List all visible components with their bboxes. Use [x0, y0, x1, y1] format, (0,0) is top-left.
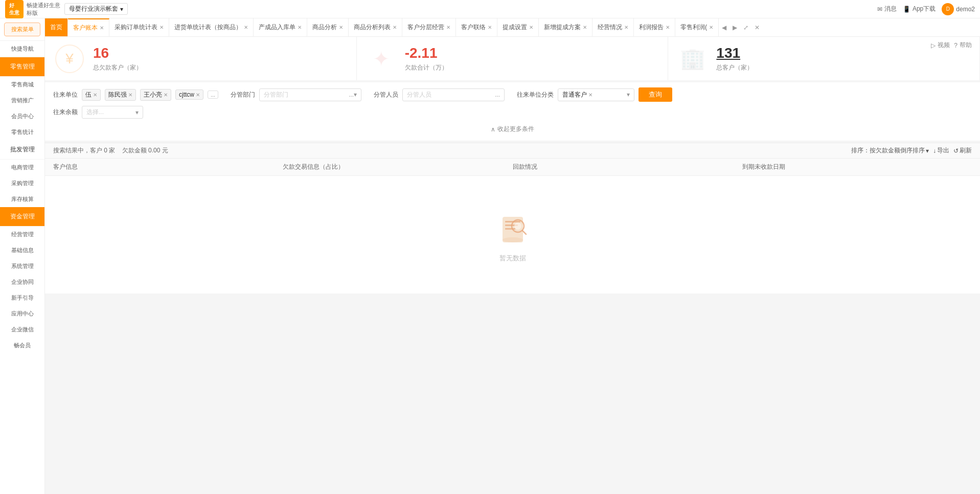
- tab-close-entry[interactable]: ✕: [298, 25, 302, 30]
- sidebar-item-corp-wechat[interactable]: 企业微信: [0, 322, 44, 338]
- sidebar-item-retail-stats[interactable]: 零售统计: [0, 124, 44, 140]
- tab-close-ops[interactable]: ✕: [624, 25, 628, 30]
- stat-total-debt-customers-text: 16 总欠款客户（家）: [93, 45, 142, 72]
- search-menu-btn[interactable]: 搜索菜单: [4, 23, 40, 36]
- tab-close-segment[interactable]: ✕: [446, 25, 450, 30]
- tab-close-promotion[interactable]: ✕: [529, 25, 533, 30]
- tab-home[interactable]: 首页: [45, 18, 68, 36]
- filter-tag-more[interactable]: ...: [208, 91, 218, 99]
- sidebar-item-app-center[interactable]: 应用中心: [0, 306, 44, 322]
- amount-select[interactable]: 选择... ▾: [82, 106, 143, 119]
- quick-nav-btn[interactable]: 快捷导航: [0, 41, 44, 57]
- sidebar-item-retail-mall[interactable]: 零售商城: [0, 77, 44, 93]
- sidebar-item-ecom-mgmt[interactable]: 电商管理: [0, 160, 44, 175]
- tab-customer-segment[interactable]: 客户分层经营 ✕: [402, 18, 456, 36]
- stat-total-customers-value[interactable]: 131: [716, 45, 753, 61]
- tabs-maximize-btn[interactable]: ⤢: [740, 18, 751, 36]
- sidebar-item-new-guide[interactable]: 新手引导: [0, 290, 44, 306]
- tab-retail-profit[interactable]: 零售利润( ✕: [675, 18, 719, 36]
- sidebar-item-corp-collab[interactable]: 企业协同: [0, 274, 44, 290]
- tab-close-analysis[interactable]: ✕: [339, 25, 343, 30]
- empty-text: 暂无数据: [499, 254, 526, 263]
- tabs-bar: 首页 客户账本 ✕ 采购订单统计表 ✕ 进货单统计表（按商品） ✕ 产成品入库单…: [45, 18, 980, 37]
- empty-icon: [492, 207, 533, 248]
- sidebar-item-purchase-mgmt[interactable]: 采购管理: [0, 175, 44, 191]
- sidebar-item-finance-mgmt[interactable]: 资金管理: [0, 207, 44, 227]
- filter-tag-cjttcw: cjttcw ✕: [175, 89, 203, 100]
- tab-close-retail-profit[interactable]: ✕: [709, 25, 713, 30]
- tab-close-purchase[interactable]: ✕: [159, 25, 164, 30]
- dept-chevron-icon: ▾: [354, 91, 357, 98]
- svg-point-6: [514, 222, 521, 230]
- message-btn[interactable]: ✉ 消息: [877, 5, 897, 13]
- debt-customers-icon: ¥: [55, 44, 84, 73]
- tab-close-new-promotion[interactable]: ✕: [583, 25, 587, 30]
- person-more-btn[interactable]: ...: [495, 91, 500, 98]
- unit-category-label: 往来单位分类: [517, 91, 554, 99]
- stat-debt-amount-text: -2.11 欠款合计（万）: [405, 45, 448, 72]
- filter-tag-unit-close[interactable]: ✕: [93, 92, 97, 98]
- result-text: 搜索结果中，客户 0 家 欠款金额 0.00 元: [53, 146, 168, 155]
- tab-new-promotion[interactable]: 新增提成方案 ✕: [539, 18, 592, 36]
- tab-stock-stats[interactable]: 进货单统计表（按商品） ✕: [169, 18, 254, 36]
- refresh-btn[interactable]: ↺ 刷新: [953, 146, 972, 155]
- sidebar-item-member-center[interactable]: 会员中心: [0, 108, 44, 124]
- collapse-up-icon: ∧: [491, 126, 495, 133]
- filter-tag-common-customer: 普通客户 ✕: [562, 91, 592, 99]
- category-chevron-icon: ▾: [627, 91, 630, 98]
- filter-tag-wang-close[interactable]: ✕: [164, 92, 168, 98]
- tab-customer-contact[interactable]: 客户联络 ✕: [456, 18, 497, 36]
- company-selector[interactable]: 母婴行业演示帐套 ▾: [64, 3, 128, 15]
- tab-purchase-order-stats[interactable]: 采购订单统计表 ✕: [109, 18, 169, 36]
- tab-product-analysis-list[interactable]: 商品分析列表 ✕: [349, 18, 402, 36]
- sidebar-item-retail-mgmt[interactable]: 零售管理: [0, 57, 44, 77]
- tabs-next-btn[interactable]: ▶: [730, 18, 740, 36]
- sidebar-item-ops-mgmt[interactable]: 经营管理: [0, 227, 44, 242]
- tab-close-stock[interactable]: ✕: [244, 25, 248, 30]
- sidebar-item-marketing[interactable]: 营销推广: [0, 93, 44, 108]
- download-icon: 📱: [903, 6, 910, 13]
- tab-close-profit[interactable]: ✕: [666, 25, 670, 30]
- query-button[interactable]: 查询: [639, 87, 672, 102]
- tab-product-stock-entry[interactable]: 产成品入库单 ✕: [254, 18, 307, 36]
- video-btn[interactable]: ▷ 视频: [931, 41, 950, 50]
- sidebar-item-sys-mgmt[interactable]: 系统管理: [0, 258, 44, 274]
- filter-tag-cjttcw-close[interactable]: ✕: [196, 92, 200, 98]
- person-filter-label: 分管人员: [374, 91, 398, 99]
- filter-tag-chen-close[interactable]: ✕: [128, 92, 132, 98]
- tab-ops-situation[interactable]: 经营情况 ✕: [592, 18, 634, 36]
- sort-btn[interactable]: 排序：按欠款金额倒序排序 ▾: [851, 146, 929, 155]
- tabs-prev-btn[interactable]: ◀: [719, 18, 730, 36]
- help-btn[interactable]: ? 帮助: [954, 41, 972, 50]
- table-header: 客户信息 欠款交易信息（占比） 回款情况 到期未收款日期: [45, 159, 980, 176]
- tab-profit-report[interactable]: 利润报告 ✕: [634, 18, 675, 36]
- sidebar-item-batch-mgmt[interactable]: 批发管理: [0, 140, 44, 160]
- unit-category-select[interactable]: 普通客户 ✕ ▾: [558, 88, 634, 101]
- app-container: 搜索菜单 快捷导航 零售管理 零售商城 营销推广 会员中心 零售统计 批发管理 …: [0, 18, 980, 494]
- person-select[interactable]: 分管人员 ...: [402, 88, 505, 101]
- sidebar-item-inventory[interactable]: 库存核算: [0, 191, 44, 207]
- refresh-icon: ↺: [953, 147, 959, 154]
- stat-debt-amount-label: 欠款合计（万）: [405, 63, 448, 72]
- user-avatar-btn[interactable]: D demo2: [942, 3, 975, 15]
- filter-tag-common-close[interactable]: ✕: [588, 92, 592, 98]
- sidebar-item-basic-info[interactable]: 基础信息: [0, 242, 44, 258]
- tab-close-analysis-list[interactable]: ✕: [393, 25, 397, 30]
- sidebar-item-vip-member[interactable]: 畅会员: [0, 338, 44, 353]
- dept-select[interactable]: 分管部门 ... ▾: [259, 88, 361, 101]
- tab-product-analysis[interactable]: 商品分析 ✕: [307, 18, 349, 36]
- tab-close-customer-book[interactable]: ✕: [100, 25, 104, 31]
- tabs-close-all-btn[interactable]: ✕: [751, 18, 763, 36]
- top-bar: 好生意 畅捷通好生意 标版 母婴行业演示帐套 ▾ ✉ 消息 📱 App下载 D …: [0, 0, 980, 18]
- tab-promotion-settings[interactable]: 提成设置 ✕: [497, 18, 539, 36]
- collapse-filter-btn[interactable]: ∧ 收起更多条件: [491, 125, 534, 133]
- tab-close-contact[interactable]: ✕: [488, 25, 492, 30]
- app-download-btn[interactable]: 📱 App下载: [903, 5, 936, 13]
- export-btn[interactable]: ↓ 导出: [933, 146, 949, 155]
- dept-more-btn[interactable]: ...: [349, 91, 354, 98]
- filter-tag-chenminqiang: 陈民强 ✕: [105, 89, 136, 101]
- result-actions: 排序：按欠款金额倒序排序 ▾ ↓ 导出 ↺ 刷新: [851, 146, 972, 155]
- amount-chevron-icon: ▾: [135, 109, 139, 116]
- stat-card-debt-amount: ✦ -2.11 欠款合计（万）: [357, 37, 669, 80]
- tab-customer-book[interactable]: 客户账本 ✕: [68, 18, 109, 36]
